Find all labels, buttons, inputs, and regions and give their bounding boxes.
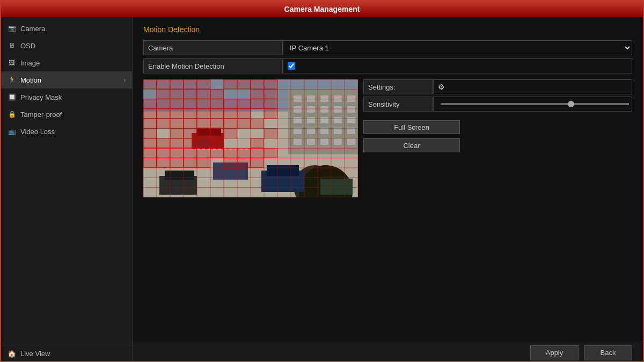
live-view-button[interactable]: 🏠 Live View xyxy=(1,344,132,362)
settings-gear-value: ⚙ xyxy=(433,79,632,94)
settings-panel: Settings: ⚙ Sensitivity Full Screen Clea… xyxy=(363,79,632,197)
sensitivity-row: Sensitivity xyxy=(363,97,632,112)
content-area: Motion Detection Camera IP Camera 1 Enab… xyxy=(133,17,643,362)
camera-canvas xyxy=(143,79,358,197)
sensitivity-label: Sensitivity xyxy=(363,97,433,112)
sidebar-item-image[interactable]: 🖼 Image xyxy=(1,54,132,71)
full-screen-button[interactable]: Full Screen xyxy=(363,120,460,134)
enable-motion-checkbox[interactable] xyxy=(288,62,295,70)
gear-icon: ⚙ xyxy=(438,83,445,91)
tamper-proof-icon: 🔒 xyxy=(8,110,16,119)
sidebar-item-privacy-mask[interactable]: 🔲 Privacy Mask xyxy=(1,88,132,106)
bottom-bar: Apply Back xyxy=(133,342,643,362)
image-icon: 🖼 xyxy=(8,58,16,67)
privacy-mask-icon: 🔲 xyxy=(8,93,16,101)
camera-value[interactable]: IP Camera 1 xyxy=(283,40,632,55)
page-title-link[interactable]: Motion Detection xyxy=(143,25,632,34)
camera-select[interactable]: IP Camera 1 xyxy=(288,43,632,53)
sidebar-label-video-loss: Video Loss xyxy=(20,128,55,136)
sidebar: 📷 Camera 🖥 OSD 🖼 Image 🏃 Motion › 🔲 Priv… xyxy=(1,17,133,362)
sidebar-label-tamper-proof: Tamper-proof xyxy=(20,110,62,119)
sidebar-label-motion: Motion xyxy=(20,76,41,84)
title-bar: Camera Management xyxy=(1,1,643,17)
back-button[interactable]: Back xyxy=(584,345,632,360)
action-buttons: Full Screen Clear xyxy=(363,120,632,154)
video-loss-icon: 📺 xyxy=(8,127,16,136)
sensitivity-slider-cell xyxy=(433,97,632,112)
sidebar-label-osd: OSD xyxy=(20,42,35,50)
camera-settings-row: Settings: ⚙ Sensitivity Full Screen Clea… xyxy=(143,79,632,197)
sidebar-item-tamper-proof[interactable]: 🔒 Tamper-proof xyxy=(1,106,132,123)
apply-button[interactable]: Apply xyxy=(530,345,579,360)
sensitivity-slider[interactable] xyxy=(441,103,629,105)
sidebar-item-video-loss[interactable]: 📺 Video Loss xyxy=(1,123,132,140)
settings-label: Settings: xyxy=(363,79,433,94)
camera-row: Camera IP Camera 1 xyxy=(143,40,632,55)
main-layout: 📷 Camera 🖥 OSD 🖼 Image 🏃 Motion › 🔲 Priv… xyxy=(1,17,643,362)
camera-label: Camera xyxy=(143,40,283,55)
osd-icon: 🖥 xyxy=(8,41,16,50)
sidebar-label-camera: Camera xyxy=(20,25,45,33)
enable-motion-row: Enable Motion Detection xyxy=(143,58,632,73)
clear-button[interactable]: Clear xyxy=(363,138,460,152)
sidebar-item-osd[interactable]: 🖥 OSD xyxy=(1,37,132,54)
enable-motion-label: Enable Motion Detection xyxy=(143,58,283,73)
title-text: Camera Management xyxy=(284,5,360,13)
chevron-right-icon: › xyxy=(124,77,126,83)
live-view-label: Live View xyxy=(20,350,50,358)
sidebar-label-image: Image xyxy=(20,59,40,67)
sidebar-item-camera[interactable]: 📷 Camera xyxy=(1,20,132,37)
live-view-icon: 🏠 xyxy=(8,350,16,358)
motion-icon: 🏃 xyxy=(8,76,16,84)
sidebar-item-motion[interactable]: 🏃 Motion › xyxy=(1,71,132,88)
camera-feed xyxy=(143,79,358,197)
sidebar-label-privacy-mask: Privacy Mask xyxy=(20,93,62,101)
settings-gear-row: Settings: ⚙ xyxy=(363,79,632,94)
enable-motion-checkbox-cell xyxy=(283,58,632,73)
camera-icon: 📷 xyxy=(8,24,16,33)
